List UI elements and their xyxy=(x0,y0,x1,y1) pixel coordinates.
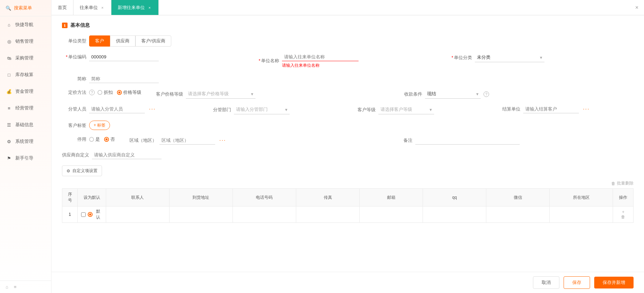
add-tag-button[interactable]: + 标签 xyxy=(89,121,110,130)
pricing-price-level-radio[interactable]: 价格等级 xyxy=(117,89,141,96)
custom-settings-label: 自定义项设置 xyxy=(72,168,97,174)
payment-terms-select[interactable]: 现结 ▾ xyxy=(425,89,481,99)
wechat-input[interactable] xyxy=(490,212,546,217)
fax-input[interactable] xyxy=(300,212,356,217)
unit-type-customer-button[interactable]: 客户 xyxy=(89,35,110,47)
unit-name-error: 请输入往来单位名称 xyxy=(282,63,359,68)
pricing-help-icon[interactable]: ? xyxy=(89,90,95,95)
home-icon: ⌂ xyxy=(6,21,13,28)
manager-dots-button[interactable]: ··· xyxy=(148,106,157,112)
disable-no-label: 否 xyxy=(110,136,115,143)
customer-level-select[interactable]: 请选择客户等级 ▾ xyxy=(378,105,434,114)
unit-category-value: 未分类 xyxy=(477,54,490,60)
disable-yes-radio[interactable]: 是 xyxy=(89,136,100,143)
sidebar-search[interactable]: 🔍 搜索菜单 xyxy=(0,0,51,16)
payment-terms-help-icon[interactable]: ? xyxy=(484,91,489,97)
unit-category-arrow: ▾ xyxy=(540,55,542,60)
tab-partners-close[interactable]: × xyxy=(100,5,105,10)
region-input[interactable] xyxy=(159,136,215,145)
sidebar-item-inventory[interactable]: □ 库存核算 xyxy=(0,66,51,83)
department-group: 分管部门 请输入分管部门 ▾ xyxy=(207,105,345,114)
row-region-input[interactable] xyxy=(553,212,609,217)
delete-row-button[interactable]: 🗑 xyxy=(621,214,625,219)
discount-radio-circle xyxy=(97,90,102,95)
custom-settings-button[interactable]: ⚙ 自定义项设置 xyxy=(62,165,102,176)
disable-radio-group: 是 否 xyxy=(89,136,115,143)
sidebar-item-operations[interactable]: ≡ 经营管理 xyxy=(0,100,51,116)
row-phone xyxy=(233,206,296,223)
sidebar-item-basic[interactable]: ☰ 基础信息 xyxy=(0,116,51,133)
table-body: 1 默认 xyxy=(62,206,634,223)
section-title-text: 基本信息 xyxy=(70,22,90,29)
tab-new-partner[interactable]: 新增往来单位 × xyxy=(111,0,158,15)
add-row-button[interactable]: + xyxy=(622,210,625,214)
unit-type-supplier-button[interactable]: 供应商 xyxy=(110,35,135,47)
default-radio[interactable]: 默认 xyxy=(88,209,102,220)
supplier-custom-input[interactable] xyxy=(92,151,162,159)
settle-unit-dots-button[interactable]: ··· xyxy=(582,106,591,112)
sidebar-item-system[interactable]: ⚙ 系统管理 xyxy=(0,133,51,150)
remark-input[interactable] xyxy=(415,136,520,145)
sidebar-item-label: 采购管理 xyxy=(15,55,33,61)
flag-icon: ⚑ xyxy=(6,155,13,162)
unit-name-label: *单位名称 xyxy=(255,58,279,64)
unit-info-row: *单位编码 *单位名称 请输入往来单位名称 *单位分类 未分类 xyxy=(62,53,634,68)
unit-name-input[interactable] xyxy=(282,53,359,61)
unit-type-label: 单位类型 xyxy=(62,38,86,44)
batch-delete-icon: 🗑 xyxy=(611,181,615,186)
short-name-input[interactable] xyxy=(89,75,159,83)
required-star3: * xyxy=(451,55,453,60)
email-input[interactable] xyxy=(363,212,419,217)
tab-partners-label: 往来单位 xyxy=(80,5,98,11)
sidebar-item-sales[interactable]: ◎ 销售管理 xyxy=(0,33,51,50)
unit-type-both-button[interactable]: 客户/供应商 xyxy=(135,35,171,47)
row-checkbox[interactable] xyxy=(81,212,86,217)
remark-group: 备注 xyxy=(388,136,634,145)
customer-price-placeholder: 请选择客户价格等级 xyxy=(188,91,229,97)
short-name-row: 简称 xyxy=(62,75,634,83)
tab-bar: 首页 往来单位 × 新增往来单位 × × xyxy=(52,0,644,15)
default-radio-circle xyxy=(88,212,93,217)
customer-price-select[interactable]: 请选择客户价格等级 ▾ xyxy=(186,89,256,99)
chart-icon: ≡ xyxy=(6,105,13,112)
sidebar-item-quick-nav[interactable]: ⌂ 快捷导航 xyxy=(0,16,51,33)
tab-new-partner-close[interactable]: × xyxy=(147,5,152,10)
department-select[interactable]: 请输入分管部门 ▾ xyxy=(234,105,290,114)
batch-delete-button[interactable]: 🗑 批量删除 xyxy=(611,180,634,186)
address-input[interactable] xyxy=(173,212,229,217)
row-address xyxy=(169,206,233,223)
info-icon: ℹ xyxy=(64,24,65,27)
save-button[interactable]: 保存 xyxy=(564,276,590,289)
manager-input[interactable] xyxy=(89,105,145,113)
unit-category-select[interactable]: 未分类 ▾ xyxy=(475,53,544,62)
customer-price-label: 客户价格等级 xyxy=(152,91,183,97)
close-all-tabs-button[interactable]: × xyxy=(630,5,644,11)
manager-row: 分管人员 ··· 分管部门 请输入分管部门 ▾ 客户等级 请选择客户等级 ▾ 结… xyxy=(62,105,634,114)
unit-code-input[interactable] xyxy=(89,53,159,61)
supplier-custom-group: 供应商自定义 xyxy=(62,151,634,159)
disable-row: 停用 是 否 区域（地区） ··· 备注 xyxy=(62,136,634,145)
sidebar-item-purchase[interactable]: 🛍 采购管理 xyxy=(0,50,51,66)
contact-input[interactable] xyxy=(110,212,166,217)
sidebar-search-label: 搜索菜单 xyxy=(14,5,32,11)
tab-home[interactable]: 首页 xyxy=(52,0,73,15)
disable-no-radio[interactable]: 否 xyxy=(104,136,115,143)
row-index: 1 xyxy=(62,206,78,223)
disable-yes-label: 是 xyxy=(95,136,100,143)
form-content: ℹ 基本信息 单位类型 客户 供应商 客户/供应商 *单位编码 xyxy=(52,15,644,272)
customer-level-placeholder: 请选择客户等级 xyxy=(380,106,412,113)
sidebar-item-guide[interactable]: ⚑ 新手引导 xyxy=(0,150,51,166)
qq-input[interactable] xyxy=(426,212,482,217)
phone-input[interactable] xyxy=(236,212,292,217)
tab-partners[interactable]: 往来单位 × xyxy=(73,0,111,15)
sidebar-item-finance[interactable]: 💰 资金管理 xyxy=(0,83,51,100)
tab-new-partner-label: 新增往来单位 xyxy=(118,5,145,11)
section-title-icon: ℹ xyxy=(62,23,68,28)
settings-icon: ⚙ xyxy=(66,169,70,173)
save-and-new-button[interactable]: 保存并新增 xyxy=(594,277,634,288)
cancel-button[interactable]: 取消 xyxy=(533,276,559,289)
region-dots-button[interactable]: ··· xyxy=(218,137,227,144)
settle-unit-input[interactable] xyxy=(523,105,579,113)
price-level-label: 价格等级 xyxy=(123,89,141,96)
pricing-discount-radio[interactable]: 折扣 xyxy=(97,89,113,96)
